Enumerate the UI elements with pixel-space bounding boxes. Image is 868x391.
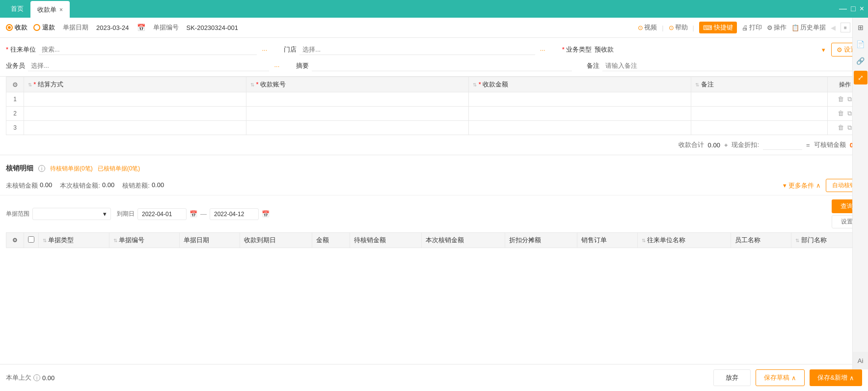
vendor-input[interactable] <box>39 44 257 55</box>
history-btn[interactable]: 📋 历史单据 <box>791 23 826 32</box>
sales-field: 业务员 ··· <box>6 60 281 71</box>
num-value[interactable]: SK-20230324-001 <box>187 24 239 31</box>
minimize-icon[interactable]: — <box>839 4 847 13</box>
close-icon[interactable]: × <box>860 4 864 13</box>
row-1-account[interactable] <box>246 92 469 107</box>
sub-th-amount: 金额 <box>312 233 350 248</box>
row-3-amount[interactable] <box>469 121 691 135</box>
row-1-delete-icon[interactable]: 🗑 <box>838 95 844 103</box>
restore-icon[interactable]: □ <box>851 4 856 13</box>
ops-btn[interactable]: ⚙ 操作 <box>767 23 787 32</box>
row-3-settlement[interactable] <box>24 121 246 135</box>
video-label: 视频 <box>644 23 657 32</box>
save-draft-btn[interactable]: 保存草稿 ∧ <box>756 369 805 386</box>
row-2-account[interactable] <box>246 107 469 121</box>
cal-from-icon[interactable]: 📅 <box>190 210 197 218</box>
sub-th-check[interactable] <box>24 233 39 248</box>
tab-current[interactable]: 收款单 × <box>30 1 70 19</box>
due-date-from-input[interactable] <box>137 208 187 220</box>
row-2-amount[interactable] <box>469 107 691 121</box>
th-account: ⇅ * 收款账号 <box>246 77 469 92</box>
radio-refund[interactable]: 退款 <box>33 23 55 32</box>
radio-receipt-circle <box>6 24 13 31</box>
row-2-delete-icon[interactable]: 🗑 <box>838 110 844 117</box>
sidebar-link-icon[interactable]: 🔗 <box>854 54 868 68</box>
sub-th-discount: 折扣分摊额 <box>505 233 577 248</box>
abandon-btn[interactable]: 放弃 <box>713 369 751 386</box>
discount-label: 现金折扣: <box>732 140 759 149</box>
row-1-copy-icon[interactable]: ⧉ <box>847 95 852 103</box>
tab-close-icon[interactable]: × <box>59 6 63 13</box>
sidebar-expand-icon[interactable]: ⤢ <box>854 71 868 84</box>
row-1-settlement[interactable] <box>24 92 246 107</box>
cal-to-icon[interactable]: 📅 <box>262 210 270 218</box>
row-1-amount[interactable] <box>469 92 691 107</box>
summary-row: 收款合计 0.00 + 现金折扣: = 可核销金额 0.00 <box>0 135 868 155</box>
note-input[interactable] <box>602 60 862 71</box>
range-select[interactable]: ▾ <box>32 208 111 220</box>
help-btn[interactable]: ⊙ 帮助 <box>669 23 688 32</box>
verification-header: 核销明细 i 待核销单据(0笔) 已核销单据(0笔) <box>0 159 868 176</box>
biz-type-label: * 业务类型 <box>562 45 592 54</box>
tab-home-label: 首页 <box>11 4 24 13</box>
verification-title: 核销明细 <box>6 164 33 173</box>
verification-info-icon[interactable]: i <box>38 165 45 172</box>
summary-input[interactable] <box>312 60 571 71</box>
discount-input[interactable] <box>763 140 802 150</box>
row-1-remark[interactable] <box>691 92 828 107</box>
range-label: 单据范围 <box>6 210 29 218</box>
sales-more-icon[interactable]: ··· <box>272 62 281 70</box>
sub-th-date: 单据日期 <box>180 233 240 248</box>
select-all-checkbox[interactable] <box>28 236 34 243</box>
verification-table: ⚙ ⇅ 单据类型 ⇅ 单据编号 单据日期 <box>6 232 862 248</box>
biz-type-value[interactable]: 预收款 <box>595 45 614 54</box>
more-conditions-btn[interactable]: ▾ 更多条件 ∧ <box>783 181 821 190</box>
verification-section: 核销明细 i 待核销单据(0笔) 已核销单据(0笔) 未核销金额 0.00 本次… <box>0 159 868 248</box>
table-row: 3 🗑 ⧉ <box>6 121 862 135</box>
shortcut-btn[interactable]: ⌨ 快捷键 <box>699 22 737 33</box>
unclaimed-value: 0.00 <box>40 181 52 190</box>
stats-row-right: ▾ 更多条件 ∧ 自动核销 <box>783 179 862 192</box>
calendar-icon[interactable]: 📅 <box>137 24 145 31</box>
store-input[interactable] <box>299 44 535 55</box>
row-3-account[interactable] <box>246 121 469 135</box>
store-more-icon[interactable]: ··· <box>538 46 547 54</box>
table-settings-icon[interactable]: ⚙ <box>12 81 18 88</box>
diff-stat: 核销差额: 0.00 <box>122 181 164 190</box>
due-date-to-input[interactable] <box>210 208 259 220</box>
sales-input[interactable] <box>28 60 269 71</box>
print-btn[interactable]: 🖨 打印 <box>742 23 762 32</box>
biz-type-dropdown-icon[interactable]: ▾ <box>822 46 825 54</box>
row-2-settlement[interactable] <box>24 107 246 121</box>
sub-th-type: ⇅ 单据类型 <box>39 233 109 248</box>
vendor-more-icon[interactable]: ··· <box>260 46 269 54</box>
sub-th-settings[interactable]: ⚙ <box>6 233 24 248</box>
row-2-copy-icon[interactable]: ⧉ <box>847 110 852 117</box>
row-1-num: 1 <box>6 92 24 107</box>
video-btn[interactable]: ⊙ 视频 <box>638 23 657 32</box>
sub-th-due-date: 收款到期日 <box>240 233 312 248</box>
note-field: 备注 <box>572 60 862 71</box>
save-new-btn[interactable]: 保存&新增 ∧ <box>810 369 862 386</box>
pending-tab-link[interactable]: 待核销单据(0笔) <box>50 165 93 173</box>
row-3-delete-icon[interactable]: 🗑 <box>838 124 844 131</box>
total-value: 0.00 <box>708 141 720 149</box>
print-label: 打印 <box>749 23 762 32</box>
radio-receipt[interactable]: 收款 <box>6 23 27 32</box>
settings-icon: ⚙ <box>837 46 842 54</box>
sidebar-doc-icon[interactable]: 📄 <box>854 37 868 51</box>
row-2-remark[interactable] <box>691 107 828 121</box>
tab-home[interactable]: 首页 <box>4 0 30 18</box>
radio-refund-label: 退款 <box>42 23 55 32</box>
sidebar-table-icon[interactable]: ⊞ <box>854 21 868 34</box>
view-list-icon[interactable]: ≡ <box>841 23 850 32</box>
ai-badge[interactable]: Ai <box>852 352 868 369</box>
row-3-copy-icon[interactable]: ⧉ <box>847 124 852 131</box>
sub-table-header-row: ⚙ ⇅ 单据类型 ⇅ 单据编号 单据日期 <box>6 233 862 248</box>
date-value[interactable]: 2023-03-24 <box>96 24 129 31</box>
done-tab-link[interactable]: 已核销单据(0笔) <box>98 165 140 173</box>
th-settings[interactable]: ⚙ <box>6 77 24 92</box>
range-chevron-icon: ▾ <box>103 210 107 218</box>
bottom-info-icon[interactable]: i <box>33 374 40 381</box>
row-3-remark[interactable] <box>691 121 828 135</box>
